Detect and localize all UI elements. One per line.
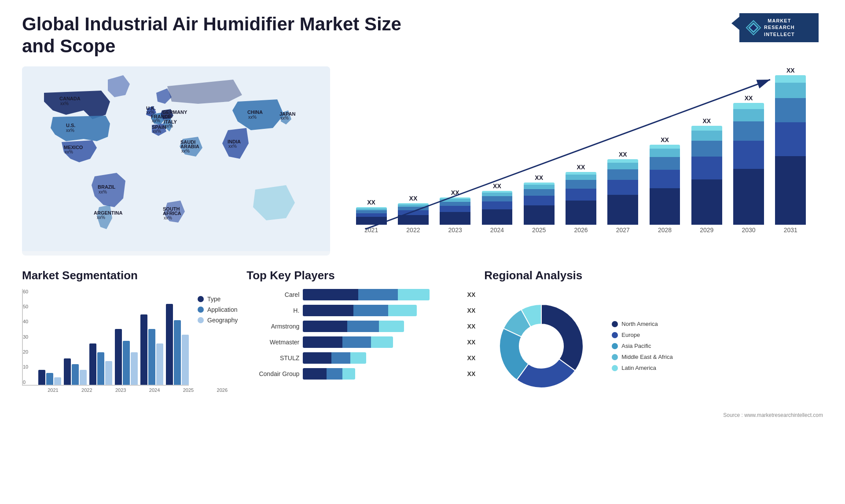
bar-segment xyxy=(775,156,806,224)
player-bar-wrap xyxy=(303,305,461,316)
legend-type: Type xyxy=(198,296,238,303)
player-value: XX xyxy=(467,307,476,314)
players-container: Top Key Players CarelXXH.XXArmstrongXXWe… xyxy=(246,269,475,418)
player-name: STULZ xyxy=(246,354,299,362)
bar-group-2021: XX xyxy=(352,199,390,224)
x-label-2026: 2026 xyxy=(562,226,600,234)
player-bar-seg xyxy=(331,352,350,364)
seg-bar-type xyxy=(115,329,122,385)
player-bar-seg xyxy=(303,289,358,300)
reg-legend-label-3: Middle East & Africa xyxy=(621,354,672,360)
svg-text:CHINA: CHINA xyxy=(247,110,263,115)
seg-bar-geography xyxy=(54,377,61,385)
x-label-2029: 2029 xyxy=(687,226,726,234)
player-bar-seg xyxy=(303,336,342,348)
reg-legend-label-1: Europe xyxy=(621,332,640,338)
x-label-2031: 2031 xyxy=(772,226,810,234)
bar-group-2027: XX xyxy=(604,151,642,224)
bar-stack-2026 xyxy=(566,172,596,225)
player-bar-seg xyxy=(342,368,355,380)
player-bar-wrap xyxy=(303,321,461,332)
bar-group-2025: XX xyxy=(520,174,558,224)
seg-group-2021 xyxy=(38,289,61,385)
logo-icon xyxy=(746,20,761,36)
bar-segment xyxy=(482,209,513,225)
seg-bar-type xyxy=(89,343,96,384)
svg-text:xx%: xx% xyxy=(164,215,172,220)
svg-text:xx%: xx% xyxy=(65,150,73,154)
bar-segment xyxy=(775,98,806,122)
svg-text:xx%: xx% xyxy=(181,149,190,153)
bar-segment xyxy=(440,206,470,212)
player-name: Condair Group xyxy=(246,370,299,377)
players-list: CarelXXH.XXArmstrongXXWetmasterXXSTULZXX… xyxy=(246,289,475,380)
x-label-2022: 2022 xyxy=(394,226,432,234)
svg-text:xx%: xx% xyxy=(228,144,237,149)
player-row: WetmasterXX xyxy=(246,336,475,348)
bar-group-2029: XX xyxy=(687,117,726,225)
bar-segment xyxy=(440,212,470,224)
bottom-section: Market Segmentation 60 50 40 30 20 10 0 xyxy=(22,269,823,418)
reg-legend-label-4: Latin America xyxy=(621,365,656,371)
player-bar-wrap xyxy=(303,368,461,380)
x-label-2023: 2023 xyxy=(436,226,474,234)
reg-legend-label-2: Asia Pacific xyxy=(621,343,651,349)
bar-label-2026: XX xyxy=(577,164,585,171)
bars-wrapper: XXXXXXXXXXXXXXXXXXXXXX xyxy=(348,75,814,225)
seg-bar-application xyxy=(72,364,79,385)
bar-segment xyxy=(650,145,680,149)
bar-segment xyxy=(356,213,387,217)
header: Global Industrial Air Humidifier Market … xyxy=(22,13,823,58)
svg-text:xx%: xx% xyxy=(99,190,107,194)
bar-label-2021: XX xyxy=(367,199,375,206)
player-row: H.XX xyxy=(246,305,475,316)
bar-segment xyxy=(733,109,764,121)
bar-stack-2025 xyxy=(524,183,555,224)
canada-label: CANADA xyxy=(59,96,81,101)
bar-segment xyxy=(733,169,764,225)
bar-chart-container: XXXXXXXXXXXXXXXXXXXXXX 20212022202320242… xyxy=(339,66,823,256)
player-bar-seg xyxy=(371,336,393,348)
seg-bar-application xyxy=(148,329,155,385)
reg-legend-dot-4 xyxy=(612,365,618,371)
map-container: CANADA xx% U.S. xx% MEXICO xx% BRAZIL xx… xyxy=(22,66,330,256)
reg-legend-item-4: Latin America xyxy=(612,365,672,371)
reg-legend-item-3: Middle East & Africa xyxy=(612,354,672,360)
legend-geography-label: Geography xyxy=(207,317,238,324)
svg-text:xx%: xx% xyxy=(165,124,173,128)
bar-segment xyxy=(566,175,596,180)
bar-label-2022: XX xyxy=(409,195,418,202)
bar-segment xyxy=(691,157,722,179)
bar-stack-2029 xyxy=(691,126,722,225)
seg-x-labels: 202120222023202420252026 xyxy=(22,387,238,393)
bar-stack-2023 xyxy=(440,197,470,225)
player-row: Condair GroupXX xyxy=(246,368,475,380)
player-name: Carel xyxy=(246,291,299,298)
bar-stack-2024 xyxy=(482,191,513,225)
bar-segment xyxy=(524,185,555,189)
player-value: XX xyxy=(467,339,476,346)
seg-bar-application xyxy=(174,320,181,385)
svg-text:xx%: xx% xyxy=(164,114,173,119)
bar-label-2024: XX xyxy=(493,183,501,190)
legend-application-label: Application xyxy=(207,306,238,313)
seg-x-label: 2026 xyxy=(206,387,238,393)
bar-label-2025: XX xyxy=(535,174,543,181)
player-value: XX xyxy=(467,323,476,330)
bar-segment xyxy=(775,83,806,98)
bar-segment xyxy=(566,189,596,201)
bar-segment xyxy=(775,122,806,157)
legend-type-label: Type xyxy=(207,296,220,303)
seg-x-label: 2021 xyxy=(37,387,69,393)
bar-stack-2028 xyxy=(650,145,680,225)
player-bar-seg xyxy=(342,336,371,348)
player-bar-seg xyxy=(388,305,417,316)
donut-chart-svg xyxy=(484,289,599,403)
regional-legend: North AmericaEuropeAsia PacificMiddle Ea… xyxy=(612,321,672,371)
bar-segment xyxy=(356,217,387,225)
seg-group-2022 xyxy=(64,289,87,385)
reg-legend-label-0: North America xyxy=(621,321,658,327)
player-value: XX xyxy=(467,354,476,362)
player-bar-seg xyxy=(358,289,398,300)
bar-stack-2027 xyxy=(607,159,638,224)
